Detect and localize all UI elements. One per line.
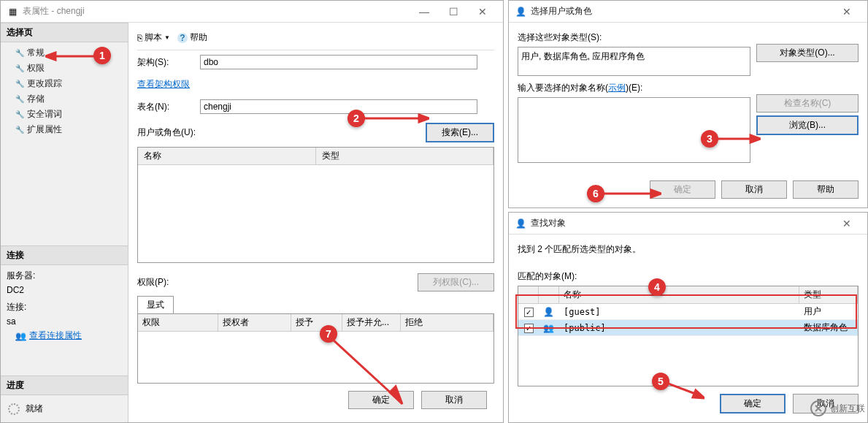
object-type-label: 选择这些对象类型(S): [518,31,859,44]
connection-label: 连接: [1,300,128,315]
spinner-icon [8,403,20,415]
select-page-header: 选择页 [1,23,128,42]
col-grantor: 授权者 [218,314,291,331]
people-icon: 👥 [15,331,26,341]
server-value: DC2 [1,283,128,297]
table-properties-window: ▦ 表属性 - chengji — ☐ ✕ 选择页 🔧常规 🔧权限 🔧更改跟踪 … [0,0,504,423]
column-permissions-button: 列权限(C)... [418,273,494,291]
found-text: 找到 2 个匹配所选类型的对象。 [518,243,859,256]
cancel-button[interactable]: 取消 [721,180,787,199]
table-icon: ▦ [7,6,18,18]
chevron-down-icon: ▼ [164,34,170,41]
wrench-icon: 🔧 [15,64,24,72]
view-connection-link[interactable]: 👥查看连接属性 [1,328,128,343]
titlebar: ▦ 表属性 - chengji — ☐ ✕ [1,1,503,23]
wrench-icon: 🔧 [15,49,24,57]
window-body: 选择页 🔧常规 🔧权限 🔧更改跟踪 🔧存储 🔧安全谓词 🔧扩展属性 连接 服务器… [1,23,503,422]
watermark-logo: 创新互联 [810,400,865,417]
wrench-icon: 🔧 [15,95,24,103]
annotation-box [515,294,857,329]
wrench-icon: 🔧 [15,126,24,134]
permissions-grid[interactable]: 权限 授权者 授予 授予并允... 拒绝 [137,313,494,384]
window-title: 查找对象 [531,217,832,229]
logo-icon [810,400,827,417]
sidebar: 选择页 🔧常规 🔧权限 🔧更改跟踪 🔧存储 🔧安全谓词 🔧扩展属性 连接 服务器… [1,23,128,422]
sidebar-item-storage[interactable]: 🔧存储 [1,91,128,107]
window-title: 表属性 - chengji [23,5,410,18]
example-link[interactable]: 示例 [608,83,626,93]
user-role-icon: 👤 [515,6,526,18]
help-icon: ? [177,33,188,43]
ok-button[interactable]: 确定 [348,391,414,409]
maximize-button[interactable]: ☐ [439,1,468,22]
select-user-role-window: 👤 选择用户或角色 ✕ 选择这些对象类型(S): 对象类型(O)... 输入要选… [508,0,868,208]
user-role-label: 用户或角色(U): [137,126,196,139]
sidebar-item-security-predicate[interactable]: 🔧安全谓词 [1,107,128,122]
window-title: 选择用户或角色 [531,5,832,18]
window-controls: — ☐ ✕ [410,1,497,22]
col-deny: 拒绝 [401,314,493,331]
sidebar-item-extended-props[interactable]: 🔧扩展属性 [1,122,128,137]
sidebar-item-permissions[interactable]: 🔧权限 [1,61,128,76]
col-name: 名称 [138,148,316,164]
content-area: ⎘ 脚本 ▼ ? 帮助 架构(S): 查看架构权限 表名(N): [128,23,503,422]
help-button[interactable]: ? 帮助 [177,31,207,44]
titlebar: 👤 选择用户或角色 ✕ [509,1,867,23]
minimize-button[interactable]: — [410,1,439,22]
tab-explicit[interactable]: 显式 [137,296,174,313]
connection-value: sa [1,315,128,328]
col-grant: 授予 [291,314,342,331]
col-permission: 权限 [138,314,218,331]
close-button[interactable]: ✕ [832,1,861,22]
object-type-textarea [518,47,750,76]
sidebar-item-general[interactable]: 🔧常规 [1,45,128,61]
col-with-grant: 授予并允... [342,314,401,331]
match-label: 匹配的对象(M): [518,270,859,283]
schema-label: 架构(S): [137,56,196,69]
script-dropdown[interactable]: ⎘ 脚本 ▼ [137,31,170,44]
schema-input[interactable] [200,55,477,69]
connection-header: 连接 [1,245,128,265]
wrench-icon: 🔧 [15,80,24,88]
close-button[interactable]: ✕ [468,1,497,22]
script-icon: ⎘ [137,33,142,43]
progress-header: 进度 [1,376,128,395]
name-label: 输入要选择的对象名称( [518,83,608,93]
cancel-button[interactable]: 取消 [421,391,487,409]
close-button[interactable]: ✕ [832,213,861,234]
find-icon: 👤 [515,218,526,229]
table-name-input[interactable] [200,99,477,114]
permissions-label: 权限(P): [137,276,169,289]
table-name-label: 表名(N): [137,101,196,113]
col-type: 类型 [316,148,494,164]
browse-button[interactable]: 浏览(B)... [756,115,859,135]
object-name-textarea[interactable] [518,97,750,163]
object-type-button[interactable]: 对象类型(O)... [756,44,859,62]
ok-button[interactable]: 确定 [650,180,715,199]
ok-button[interactable]: 确定 [720,394,786,414]
view-schema-permissions-link[interactable]: 查看架构权限 [137,78,190,91]
content-toolbar: ⎘ 脚本 ▼ ? 帮助 [137,28,494,50]
check-names-button: 检查名称(C) [756,94,859,113]
help-button[interactable]: 帮助 [793,180,859,199]
server-label: 服务器: [1,268,128,283]
titlebar: 👤 查找对象 ✕ [509,213,867,235]
search-button[interactable]: 搜索(E)... [426,123,494,142]
user-role-grid[interactable]: 名称 类型 [137,147,494,263]
sidebar-item-change-tracking[interactable]: 🔧更改跟踪 [1,76,128,91]
wrench-icon: 🔧 [15,110,24,118]
ready-label: 就绪 [26,403,43,415]
